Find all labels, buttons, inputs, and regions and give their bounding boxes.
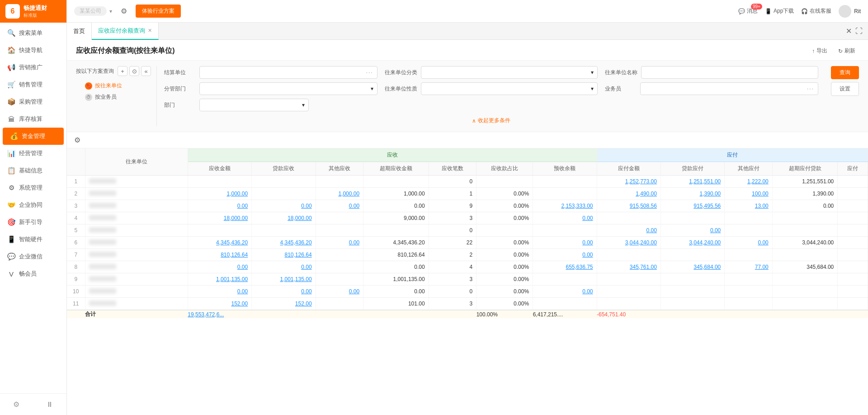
cell-qt-ys — [316, 298, 363, 310]
sidebar-item-智能硬件[interactable]: 📱智能硬件 — [0, 231, 66, 248]
page-header-actions: ↑ 导出 ↻ 刷新 — [808, 45, 859, 57]
cell-yr-je: 0.00 — [188, 286, 251, 298]
export-icon: ↑ — [812, 48, 815, 54]
sidebar-item-企业微信[interactable]: 💬企业微信 — [0, 248, 66, 265]
tab-maximize-icon[interactable]: ⛶ — [855, 27, 863, 35]
scheme-option-customer[interactable]: 🔖 按往来单位 — [81, 81, 151, 91]
messages-btn[interactable]: 💬 消息 99+ — [738, 7, 758, 15]
sidebar-item-畅会员[interactable]: V畅会员 — [0, 265, 66, 282]
tab-close-icon[interactable]: ✕ — [148, 28, 152, 33]
sidebar-collapse-icon[interactable]: ⏸ — [43, 398, 56, 411]
sidebar-item-系统管理[interactable]: ⚙系统管理 — [0, 179, 66, 196]
data-table: 往来单位 应收 应付 应收金额 贷款应收 其他应收 超期应收金额 应收笔数 应收… — [67, 148, 868, 318]
settings-btn[interactable]: 设置 — [831, 82, 859, 96]
filter-scheme-label: 按以下方案查询 — [76, 67, 114, 75]
add-scheme-btn[interactable]: + — [118, 66, 127, 76]
cell-ys-ye: 655,636.75 — [533, 261, 597, 273]
filter-input-nature[interactable]: ▾ — [421, 82, 598, 95]
cell-yf — [838, 188, 868, 200]
sidebar-item-新手引导[interactable]: 🎯新手引导 — [0, 214, 66, 231]
cell-qt-yf — [725, 212, 773, 224]
sidebar-icon: 📋 — [7, 167, 15, 175]
cell-qt-yf — [725, 286, 773, 298]
online-service-btn[interactable]: 🎧 在线客服 — [801, 7, 831, 15]
filter-input-dept[interactable]: ▾ — [199, 82, 377, 95]
sidebar-item-搜索菜单[interactable]: 🔍搜索菜单 — [0, 24, 66, 42]
filter-input-settlement[interactable]: ··· — [199, 66, 377, 79]
cell-no: 4 — [67, 212, 85, 224]
cell-name — [85, 188, 188, 200]
cell-dk-yf: 0.00 — [660, 224, 724, 237]
filter-input-bdept[interactable]: ▾ — [199, 99, 309, 111]
cell-cq-yf: 0.00 — [772, 200, 838, 212]
cell-name — [85, 298, 188, 310]
footer-loan-receivable — [252, 310, 316, 318]
cell-cq-ys: 9,000.00 — [363, 212, 429, 224]
refresh-btn[interactable]: ↻ 刷新 — [835, 45, 859, 57]
sidebar-item-企业协同[interactable]: 🤝企业协同 — [0, 196, 66, 214]
sidebar-item-经营管理[interactable]: 📊经营管理 — [0, 145, 66, 162]
tab-close-window-icon[interactable]: ✕ — [846, 27, 852, 35]
app-download-btn[interactable]: 📱 App下载 — [765, 7, 794, 15]
logo-text: 畅捷通财 — [24, 4, 47, 12]
sidebar-item-库存核算[interactable]: 🏛库存核算 — [0, 110, 66, 128]
table-row: 10 0.00 0.00 0.00 0.00 0 0.00% 0.00 — [67, 286, 868, 298]
table-row: 4 18,000.00 18,000.00 9,000.00 3 0.00% 0… — [67, 212, 868, 224]
filter-field-category: 往来单位分类 ▾ — [385, 66, 598, 79]
filter-input-name[interactable] — [641, 66, 818, 79]
sidebar-nav: 🔍搜索菜单🏠快捷导航📢营销推广🛒销售管理📦采购管理🏛库存核算💰资金管理📊经营管理… — [0, 23, 66, 393]
scheme-option-salesman[interactable]: ⏱ 按业务员 — [81, 92, 151, 102]
sidebar-item-快捷导航[interactable]: 🏠快捷导航 — [0, 42, 66, 59]
breadcrumb-text: 某某公司 — [74, 6, 107, 16]
cell-cq-ys: 0.00 — [363, 200, 429, 212]
settings-scheme-btn[interactable]: ⊙ — [129, 66, 139, 76]
filter-collapse-btn[interactable]: ∧ 收起更多条件 — [467, 115, 516, 126]
sidebar-item-采购管理[interactable]: 📦采购管理 — [0, 93, 66, 110]
tab-home[interactable]: 首页 — [67, 23, 92, 40]
sidebar-item-基础信息[interactable]: 📋基础信息 — [0, 162, 66, 179]
col-other-payable: 其他应付 — [725, 162, 773, 176]
export-btn[interactable]: ↑ 导出 — [808, 45, 831, 57]
cell-dk-yf: 915,495.56 — [660, 200, 724, 212]
dots-icon: ··· — [366, 69, 373, 76]
messages-icon: 💬 — [738, 8, 745, 14]
collapse-label: 收起更多条件 — [478, 117, 510, 124]
cell-no: 9 — [67, 273, 85, 286]
breadcrumb-dropdown-icon[interactable]: ▾ — [109, 8, 112, 14]
cell-yf-je — [597, 286, 660, 298]
filter-field-bdept: 部门 ▾ — [164, 99, 309, 111]
cell-dk-yf: 1,251,551.00 — [660, 176, 724, 188]
filter-input-salesman[interactable]: ··· — [640, 82, 818, 95]
logo-icon: 6 — [5, 4, 20, 19]
sidebar-icon: 📢 — [7, 63, 15, 72]
query-btn[interactable]: 查询 — [831, 66, 859, 79]
footer-receivable-amount[interactable]: 19,553,472,6... — [188, 310, 251, 318]
header-gear-icon[interactable]: ⚙ — [118, 5, 130, 18]
cell-yf-je: 1,252,773.00 — [597, 176, 660, 188]
sidebar-settings-icon[interactable]: ⚙ — [10, 397, 22, 411]
sidebar-item-label: 营销推广 — [19, 63, 42, 72]
user-menu[interactable]: Rit — [839, 5, 861, 18]
cell-cq-ys: 101.00 — [363, 298, 429, 310]
cell-name — [85, 237, 188, 249]
cell-dk-yf: 345,684.00 — [660, 261, 724, 273]
table-row: 3 0.00 0.00 0.00 0.00 9 0.00% 2,153,333.… — [67, 200, 868, 212]
trial-btn[interactable]: 体验行业方案 — [136, 5, 181, 18]
tab-receivable[interactable]: 应收应付余额查询 ✕ — [92, 23, 159, 40]
cell-qt-ys — [316, 273, 363, 286]
filter-fields: 结算单位 ··· 往来单位分类 ▾ — [164, 66, 818, 126]
filter-input-category[interactable]: ▾ — [421, 66, 598, 79]
cell-cq-yf: 345,684.00 — [772, 261, 838, 273]
sidebar-item-营销推广[interactable]: 📢营销推广 — [0, 59, 66, 76]
collapse-scheme-btn[interactable]: « — [141, 66, 151, 76]
sidebar-item-label: 企业微信 — [19, 253, 42, 261]
sidebar-item-销售管理[interactable]: 🛒销售管理 — [0, 76, 66, 93]
cell-dk-yf — [660, 212, 724, 224]
cell-yf — [838, 237, 868, 249]
cell-yr-je: 152.00 — [188, 298, 251, 310]
cell-qt-yf — [725, 249, 773, 261]
cell-no: 3 — [67, 200, 85, 212]
cell-cq-ys: 0.00 — [363, 261, 429, 273]
table-settings-icon[interactable]: ⚙ — [74, 136, 80, 144]
sidebar-item-资金管理[interactable]: 💰资金管理 — [3, 128, 64, 145]
